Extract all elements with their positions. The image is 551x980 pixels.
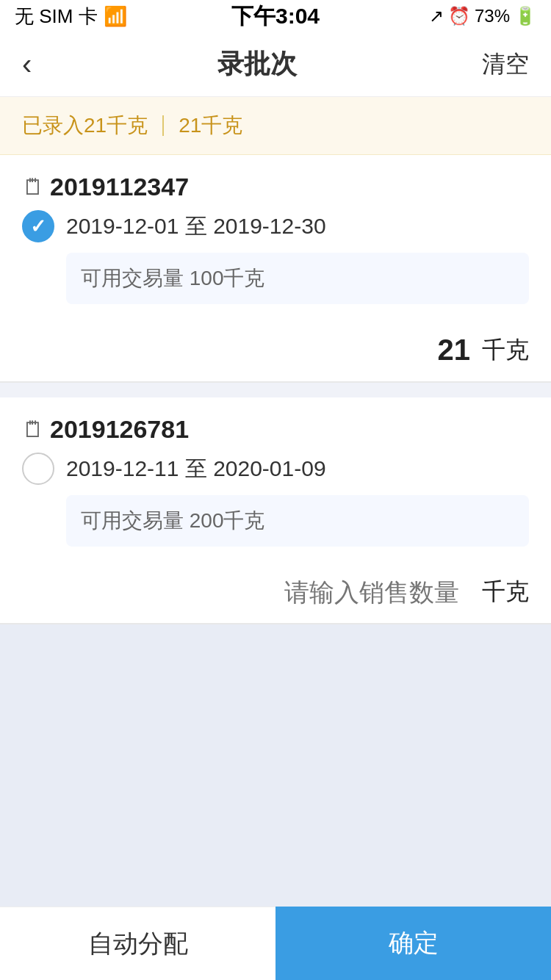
battery-text: 73% — [475, 6, 510, 26]
batch1-icon: 🗒 — [22, 175, 44, 200]
batch2-available: 可用交易量 200千克 — [66, 495, 529, 547]
total-label: 21千克 — [179, 112, 242, 140]
batch1-item: 🗒 2019112347 2019-12-01 至 2019-12-30 可用交… — [0, 155, 551, 322]
batch2-input-row: 千克 — [0, 564, 551, 624]
batch1-radio[interactable] — [22, 210, 54, 242]
recorded-label: 已录入21千克 — [22, 112, 148, 140]
batch1-quantity-unit: 千克 — [482, 334, 529, 367]
batch1-date: 2019-12-01 至 2019-12-30 — [66, 212, 326, 242]
batch1-number: 2019112347 — [50, 173, 189, 201]
batch1-date-row: 2019-12-01 至 2019-12-30 — [22, 210, 529, 242]
info-divider — [162, 115, 164, 136]
confirm-button[interactable]: 确定 — [276, 907, 551, 980]
status-left: 无 SIM 卡 📶 — [15, 4, 127, 29]
batch2-unit: 千克 — [482, 576, 529, 608]
batch2-date: 2019-12-11 至 2020-01-09 — [66, 454, 326, 484]
batch2-number-row: 🗒 2019126781 — [22, 415, 529, 444]
batch2-radio[interactable] — [22, 453, 54, 485]
batch2-number: 2019126781 — [50, 415, 189, 444]
batch1-card: 🗒 2019112347 2019-12-01 至 2019-12-30 可用交… — [0, 155, 551, 383]
nav-bar: ‹ 录批次 清空 — [0, 32, 551, 97]
alarm-icon: ⏰ — [448, 6, 470, 26]
separator1 — [0, 383, 551, 397]
clear-button[interactable]: 清空 — [482, 48, 529, 81]
batch2-date-row: 2019-12-11 至 2020-01-09 — [22, 453, 529, 485]
status-bar: 无 SIM 卡 📶 下午3:04 ↗ ⏰ 73% 🔋 — [0, 0, 551, 32]
batch1-available: 可用交易量 100千克 — [66, 253, 529, 304]
wifi-icon: 📶 — [104, 5, 127, 28]
carrier-text: 无 SIM 卡 — [15, 4, 98, 29]
bottom-buttons: 自动分配 确定 — [0, 907, 551, 980]
batch2-card: 🗒 2019126781 2019-12-11 至 2020-01-09 可用交… — [0, 397, 551, 624]
batch2-quantity-input[interactable] — [22, 578, 470, 607]
batch2-icon: 🗒 — [22, 417, 44, 442]
battery-icon: 🔋 — [514, 6, 536, 26]
bottom-area — [0, 624, 551, 918]
batch1-quantity-value: 21 — [438, 334, 471, 367]
status-time: 下午3:04 — [231, 1, 320, 32]
back-button[interactable]: ‹ — [22, 48, 32, 81]
page-title: 录批次 — [217, 46, 297, 82]
info-banner: 已录入21千克 21千克 — [0, 97, 551, 155]
batch1-number-row: 🗒 2019112347 — [22, 173, 529, 201]
auto-distribute-button[interactable]: 自动分配 — [0, 907, 276, 980]
batch1-quantity-row: 21 千克 — [0, 322, 551, 383]
batch2-item: 🗒 2019126781 2019-12-11 至 2020-01-09 可用交… — [0, 397, 551, 564]
status-right: ↗ ⏰ 73% 🔋 — [429, 6, 536, 26]
location-icon: ↗ — [429, 6, 444, 26]
